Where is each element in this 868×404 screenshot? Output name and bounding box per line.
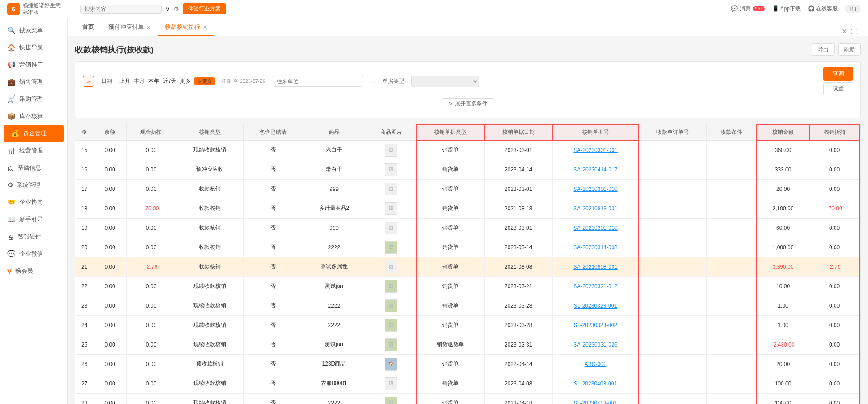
cell-cancel-type: 现续收款核销 bbox=[176, 315, 244, 335]
cell-num: 22 bbox=[75, 276, 94, 296]
cell-cancel-bill-no[interactable]: SL-20230418-001 bbox=[552, 393, 639, 404]
partner-dots-btn[interactable]: ... bbox=[370, 78, 375, 85]
sidebar-item-hardware[interactable]: 🖨 智能硬件 bbox=[0, 228, 67, 245]
cell-cancel-bill-no[interactable]: SA-20230301-010 bbox=[552, 218, 639, 238]
cell-cancel-bill-no[interactable]: SL-20230328-002 bbox=[552, 315, 639, 335]
sidebar-item-label: 基础信息 bbox=[18, 164, 41, 172]
tab-prepay-close[interactable]: ✕ bbox=[146, 24, 151, 30]
online-service-link[interactable]: 🎧 在线客服 bbox=[808, 5, 838, 13]
cell-cancel-amount: 10.00 bbox=[757, 276, 809, 296]
table-row: 28 0.00 0.00 现结收款核销 否 2222 🖼 销货单 2023-04… bbox=[75, 393, 860, 404]
expand-more-btn[interactable]: ∨ 展开更多条件 bbox=[441, 98, 495, 109]
cell-goods-image: 🖼 bbox=[366, 315, 416, 335]
date-option-more[interactable]: 更多 bbox=[180, 77, 191, 85]
export-btn[interactable]: 导出 bbox=[812, 43, 835, 56]
cell-include-settled: 否 bbox=[244, 276, 302, 296]
sidebar-item-label: 营销推广 bbox=[19, 61, 43, 69]
cell-include-settled: 否 bbox=[244, 374, 302, 393]
sidebar-item-enterprise[interactable]: 🤝 企业协同 bbox=[0, 194, 67, 211]
goods-image: 🖼 bbox=[385, 183, 397, 195]
sidebar-item-sales[interactable]: 💼 销售管理 bbox=[0, 73, 67, 90]
filter-bar: » 日期 上月 本月 本年 近7天 更多 自定义 不限 至 2023-07-26 bbox=[75, 61, 861, 118]
tab-receipt-close[interactable]: ✕ bbox=[203, 24, 207, 30]
cell-cancel-bill-no[interactable]: SA-20230314-008 bbox=[552, 238, 639, 257]
receipt-type-select[interactable] bbox=[411, 76, 479, 87]
cell-cancel-bill-type: 销货单 bbox=[416, 296, 485, 315]
sidebar-item-member[interactable]: V 畅会员 bbox=[0, 262, 67, 280]
cell-cancel-bill-no[interactable]: SL-20230328-001 bbox=[552, 296, 639, 315]
refresh-btn[interactable]: 刷新 bbox=[838, 43, 861, 56]
cell-cancel-discount: 0.00 bbox=[809, 238, 860, 257]
table-row: 18 0.00 -70.00 收款核销 否 多计量商品2 🖼 销货单 2021-… bbox=[75, 199, 860, 218]
goods-image: 🖼 bbox=[385, 144, 397, 157]
query-btn[interactable]: 查询 bbox=[823, 67, 853, 81]
cell-cancel-bill-date: 2023-03-31 bbox=[484, 335, 552, 354]
cell-cancel-bill-no[interactable]: SA-20230414-017 bbox=[552, 160, 639, 179]
tab-prepay-label: 预付冲应付单 bbox=[108, 23, 144, 31]
app-download-link[interactable]: 📱 App下载 bbox=[772, 5, 801, 13]
receipt-type-label: 单据类型 bbox=[382, 77, 404, 85]
table-row: 16 0.00 0.00 预冲应应收 否 老白干 🖼 销货单 2023-04-1… bbox=[75, 160, 860, 179]
cell-cancel-bill-no[interactable]: SA-20230331-026 bbox=[552, 335, 639, 354]
th-cancel-type: 核销类型 bbox=[176, 124, 244, 140]
cell-cancel-bill-no[interactable]: SA-20210813-001 bbox=[552, 199, 639, 218]
sidebar-item-label: 销售管理 bbox=[19, 78, 43, 86]
cell-cancel-amount: 100.00 bbox=[757, 393, 809, 404]
user-label[interactable]: Rit bbox=[845, 5, 861, 13]
cell-num: 16 bbox=[75, 160, 94, 179]
date-option-last-month[interactable]: 上月 bbox=[119, 77, 130, 85]
sidebar-item-label: 资金管理 bbox=[23, 129, 47, 138]
date-option-this-month[interactable]: 本月 bbox=[134, 77, 145, 85]
gear-icon[interactable]: ⚙ bbox=[174, 5, 179, 12]
tab-receipt[interactable]: 收款核销执行 ✕ bbox=[158, 19, 214, 36]
table-row: 17 0.00 0.00 收款核销 否 999 🖼 销货单 2023-03-01… bbox=[75, 179, 860, 199]
sidebar-item-basic[interactable]: 🗂 基础信息 bbox=[0, 159, 67, 176]
cell-cancel-bill-no[interactable]: SA-20230301-001 bbox=[552, 140, 639, 160]
search-input[interactable] bbox=[80, 5, 162, 14]
filter-row: » 日期 上月 本月 本年 近7天 更多 自定义 不限 至 2023-07-26 bbox=[83, 67, 853, 95]
date-option-this-year[interactable]: 本年 bbox=[148, 77, 159, 85]
partner-input[interactable] bbox=[273, 76, 363, 87]
header-actions: 导出 刷新 bbox=[812, 43, 861, 56]
cell-goods: 多计量商品2 bbox=[302, 199, 366, 218]
cell-cancel-bill-type: 销货单 bbox=[416, 160, 485, 179]
sidebar-item-purchase[interactable]: 🛒 采购管理 bbox=[0, 90, 67, 108]
sidebar-item-marketing[interactable]: 📢 营销推广 bbox=[0, 56, 67, 73]
page-header: 收款核销执行(按收款) 导出 刷新 bbox=[75, 43, 861, 56]
filter-expand-btn[interactable]: » bbox=[83, 76, 94, 87]
cell-goods: 2222 bbox=[302, 315, 366, 335]
cell-num: 18 bbox=[75, 199, 94, 218]
th-receipt-order-no: 收款单订单号 bbox=[639, 124, 707, 140]
cell-receipt-condition bbox=[707, 276, 757, 296]
industry-btn[interactable]: 休验行业方案 bbox=[183, 3, 226, 14]
date-custom-badge[interactable]: 自定义 bbox=[194, 77, 215, 85]
notification-area[interactable]: 💬 消息 99+ bbox=[731, 5, 765, 13]
sidebar-item-wechat[interactable]: 💬 企业微信 bbox=[0, 245, 67, 262]
date-option-7days[interactable]: 近7天 bbox=[163, 77, 177, 85]
settings-btn[interactable]: 设置 bbox=[823, 82, 853, 95]
tab-prepay[interactable]: 预付冲应付单 ✕ bbox=[101, 19, 158, 36]
cell-cancel-bill-no[interactable]: SA-20230301-010 bbox=[552, 179, 639, 199]
sidebar-item-search[interactable]: 🔍 搜索菜单 bbox=[0, 22, 67, 39]
cell-cancel-bill-no[interactable]: SA-20230321-012 bbox=[552, 276, 639, 296]
sidebar-item-nav[interactable]: 🏠 快捷导航 bbox=[0, 39, 67, 56]
cell-cancel-discount: 0.00 bbox=[809, 218, 860, 238]
cell-cancel-bill-no[interactable]: ABC-001 bbox=[552, 354, 639, 374]
sidebar-item-finance[interactable]: 💰 资金管理 bbox=[4, 125, 64, 142]
sidebar-item-business[interactable]: 📊 经营管理 bbox=[0, 142, 67, 159]
cell-cancel-bill-no[interactable]: SA-20210808-001 bbox=[552, 257, 639, 276]
sidebar-item-inventory[interactable]: 📦 库存核算 bbox=[0, 108, 67, 125]
cell-cancel-bill-no[interactable]: SL-20230408-001 bbox=[552, 374, 639, 393]
cell-num: 26 bbox=[75, 354, 94, 374]
sidebar-item-system[interactable]: ⚙ 系统管理 bbox=[0, 176, 67, 194]
cell-receipt-order-no bbox=[639, 335, 707, 354]
cell-cancel-discount: 0.00 bbox=[809, 296, 860, 315]
th-settings[interactable]: ⚙ bbox=[75, 124, 94, 140]
tab-home[interactable]: 首页 bbox=[75, 19, 101, 36]
window-expand-btn[interactable]: ⛶ bbox=[851, 28, 857, 35]
sidebar-item-guide[interactable]: 📖 新手引导 bbox=[0, 211, 67, 228]
cell-receipt-order-no bbox=[639, 160, 707, 179]
window-close-btn[interactable]: ✕ bbox=[841, 27, 847, 36]
cell-goods-image: 🖼 bbox=[366, 179, 416, 199]
logo-text: 畅捷通谱好生意标准版 bbox=[23, 2, 61, 15]
